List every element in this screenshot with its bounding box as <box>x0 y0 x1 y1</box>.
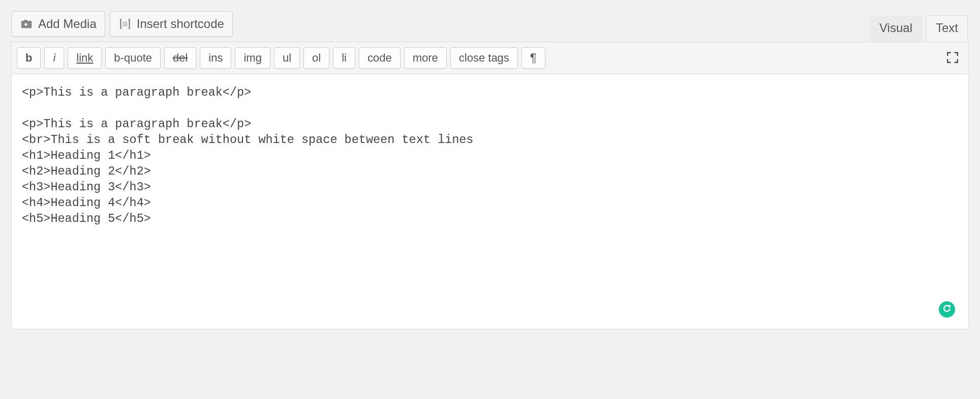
editor-tabs: Visual Text <box>870 15 968 42</box>
insert-shortcode-label: Insert shortcode <box>137 17 224 31</box>
quicktags-toolbar: b i link b-quote del ins img ul ol li co… <box>12 42 968 74</box>
add-media-button[interactable]: Add Media <box>11 11 105 37</box>
qt-li-button[interactable]: li <box>333 47 355 69</box>
content-area <box>12 74 968 329</box>
tab-text[interactable]: Text <box>926 15 968 42</box>
add-media-label: Add Media <box>38 17 97 31</box>
camera-music-icon <box>20 17 33 31</box>
editor-wrap: Add Media Insert shortcode Visual Text b… <box>0 0 980 329</box>
qt-del-button[interactable]: del <box>164 47 196 69</box>
qt-ol-button[interactable]: ol <box>303 47 329 69</box>
qt-code-button[interactable]: code <box>359 47 401 69</box>
qt-blockquote-button[interactable]: b-quote <box>105 47 161 69</box>
grammarly-widget[interactable] <box>939 301 955 318</box>
qt-link-button[interactable]: link <box>68 47 102 69</box>
fullscreen-button[interactable] <box>943 48 962 68</box>
qt-close-tags-button[interactable]: close tags <box>450 47 518 69</box>
qt-ins-button[interactable]: ins <box>200 47 231 69</box>
content-textarea[interactable] <box>21 83 959 318</box>
editor-container: b i link b-quote del ins img ul ol li co… <box>11 42 969 329</box>
qt-img-button[interactable]: img <box>235 47 270 69</box>
tab-visual[interactable]: Visual <box>870 15 922 42</box>
shortcode-icon <box>118 17 132 31</box>
insert-shortcode-button[interactable]: Insert shortcode <box>110 11 233 37</box>
grammarly-icon <box>942 303 952 316</box>
svg-rect-0 <box>122 22 127 26</box>
qt-bold-button[interactable]: b <box>17 47 41 69</box>
fullscreen-icon <box>946 51 959 66</box>
qt-more-button[interactable]: more <box>404 47 447 69</box>
top-button-bar: Add Media Insert shortcode <box>11 11 969 37</box>
qt-paragraph-button[interactable]: ¶ <box>522 47 545 69</box>
qt-italic-button[interactable]: i <box>44 47 64 69</box>
qt-ul-button[interactable]: ul <box>274 47 300 69</box>
